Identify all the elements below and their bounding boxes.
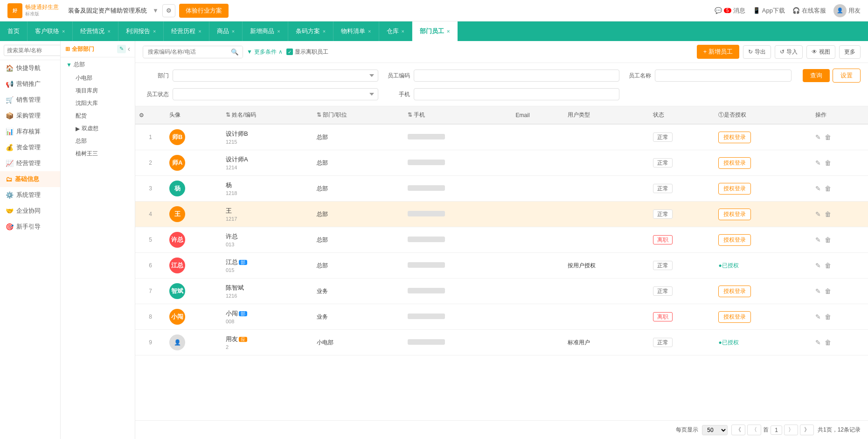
- delete-icon[interactable]: 🗑: [825, 210, 831, 218]
- col-phone[interactable]: ⇅ 手机: [404, 106, 512, 124]
- delete-icon[interactable]: 🗑: [825, 313, 831, 321]
- edit-icon[interactable]: ✎: [815, 133, 821, 141]
- employee-status-select[interactable]: [173, 88, 378, 100]
- message-button[interactable]: 💬 5 消息: [715, 7, 745, 15]
- edit-icon[interactable]: ✎: [815, 262, 821, 269]
- delete-icon[interactable]: 🗑: [825, 339, 831, 346]
- dept-item-hq-root[interactable]: ▼ 总部: [61, 57, 135, 72]
- next-page-button[interactable]: 〉: [784, 425, 798, 435]
- tab-close-icon[interactable]: ×: [277, 28, 280, 34]
- add-employee-button[interactable]: + 新增员工: [697, 45, 739, 59]
- auth-login-button[interactable]: 授权登录: [718, 311, 751, 323]
- tab-close-icon[interactable]: ×: [323, 28, 326, 34]
- dept-item-double-dream[interactable]: ▶ 双虚想: [72, 122, 135, 135]
- view-button[interactable]: 👁 视图: [806, 45, 835, 59]
- query-button[interactable]: 查询: [803, 69, 830, 82]
- reset-button[interactable]: 设置: [833, 69, 861, 83]
- sidebar-item-inventory[interactable]: 📊 库存核算: [0, 124, 60, 139]
- tab-close-icon[interactable]: ×: [232, 28, 235, 34]
- tab-close-icon[interactable]: ×: [198, 28, 201, 34]
- more-filter-button[interactable]: ▼ 更多条件 ∧: [247, 48, 283, 56]
- tab-close-active-icon[interactable]: ×: [447, 28, 450, 34]
- tab-operations[interactable]: 经营情况 ×: [73, 21, 118, 41]
- tab-close-icon[interactable]: ×: [402, 28, 404, 34]
- employee-name-input[interactable]: [655, 70, 792, 82]
- import-button[interactable]: ↺ 导入: [775, 45, 803, 59]
- dept-item-shenyang[interactable]: 沈阳大库: [72, 97, 135, 110]
- delete-icon[interactable]: 🗑: [825, 159, 831, 167]
- last-page-button[interactable]: 》: [800, 425, 814, 435]
- auth-login-button[interactable]: 授权登录: [718, 286, 751, 297]
- sidebar-item-operations[interactable]: 📈 经营管理: [0, 155, 60, 171]
- edit-icon[interactable]: ✎: [815, 185, 821, 192]
- sidebar-item-guide[interactable]: 🎯 新手引导: [0, 219, 60, 235]
- sidebar-item-cooperation[interactable]: 🤝 企业协同: [0, 203, 60, 219]
- auth-login-button[interactable]: 授权登录: [718, 234, 751, 246]
- sidebar-item-purchase[interactable]: 📦 采购管理: [0, 108, 60, 124]
- edit-icon[interactable]: ✎: [815, 236, 821, 244]
- employee-code-input[interactable]: [414, 70, 619, 82]
- tab-products[interactable]: 商品 ×: [209, 21, 243, 41]
- delete-icon[interactable]: 🗑: [825, 287, 831, 295]
- sidebar-item-quick-nav[interactable]: 🏠 快捷导航: [0, 60, 60, 76]
- more-actions-button[interactable]: 更多: [839, 45, 861, 59]
- dept-filter-select[interactable]: [173, 70, 378, 82]
- dept-edit-icon[interactable]: ✎: [117, 45, 126, 53]
- edit-icon[interactable]: ✎: [815, 287, 821, 295]
- tab-close-icon[interactable]: ×: [368, 28, 371, 34]
- tab-home[interactable]: 首页: [0, 21, 28, 41]
- trial-button[interactable]: 体验行业方案: [179, 4, 229, 18]
- export-button[interactable]: ↻ 导出: [743, 45, 771, 59]
- tab-bom[interactable]: 物料清单 ×: [333, 21, 379, 41]
- col-settings[interactable]: ⚙: [135, 106, 166, 124]
- sidebar-item-basic[interactable]: 🗂 基础信息: [0, 171, 60, 187]
- tab-close-icon[interactable]: ×: [62, 28, 65, 34]
- auth-login-button[interactable]: 授权登录: [718, 183, 751, 195]
- prev-page-button[interactable]: 〈: [747, 425, 761, 435]
- delete-icon[interactable]: 🗑: [825, 262, 831, 269]
- first-page-button[interactable]: 《: [731, 425, 745, 435]
- sidebar-item-system[interactable]: ⚙️ 系统管理: [0, 187, 60, 203]
- delete-icon[interactable]: 🗑: [825, 185, 831, 192]
- tab-close-icon[interactable]: ×: [107, 28, 110, 34]
- edit-icon[interactable]: ✎: [815, 313, 821, 321]
- tab-warehouse[interactable]: 仓库 ×: [379, 21, 412, 41]
- dept-collapse-icon[interactable]: ‹: [128, 45, 130, 53]
- tab-profit[interactable]: 利润报告 ×: [118, 21, 164, 41]
- auth-login-button[interactable]: 授权登录: [718, 132, 751, 143]
- sidebar-item-sales[interactable]: 🛒 销售管理: [0, 92, 60, 108]
- employee-search-input[interactable]: [143, 46, 227, 57]
- settings-button[interactable]: ⚙: [162, 4, 175, 17]
- edit-icon[interactable]: ✎: [815, 159, 821, 167]
- current-page-num[interactable]: 1: [771, 425, 782, 435]
- tab-add-product[interactable]: 新增商品 ×: [243, 21, 288, 41]
- app-download-button[interactable]: 📱 App下载: [753, 7, 785, 15]
- dept-item-planting[interactable]: 植树王三: [72, 147, 135, 160]
- employee-search-button[interactable]: 🔍: [227, 46, 243, 58]
- tab-close-icon[interactable]: ×: [153, 28, 156, 34]
- dept-item-small-elec[interactable]: 小电部: [72, 72, 135, 84]
- dept-item-project[interactable]: 项目库房: [72, 84, 135, 97]
- tab-employees[interactable]: 部门员工 ×: [412, 21, 458, 41]
- sidebar-search-input[interactable]: [4, 45, 61, 56]
- sidebar-item-finance[interactable]: 💰 资金管理: [0, 139, 60, 155]
- auth-login-button[interactable]: 授权登录: [718, 209, 751, 220]
- edit-icon[interactable]: ✎: [815, 339, 821, 346]
- tab-customer[interactable]: 客户联络 ×: [28, 21, 73, 41]
- col-name[interactable]: ⇅ 姓名/编码: [222, 106, 313, 124]
- phone-input[interactable]: [414, 88, 619, 100]
- auth-login-button[interactable]: 授权登录: [718, 157, 751, 169]
- col-dept[interactable]: ⇅ 部门/职位: [313, 106, 404, 124]
- per-page-select[interactable]: 50 100: [702, 425, 728, 435]
- sidebar-item-marketing[interactable]: 📢 营销推广: [0, 76, 60, 92]
- online-service-button[interactable]: 🎧 在线客服: [792, 7, 826, 15]
- edit-icon[interactable]: ✎: [815, 210, 821, 218]
- delete-icon[interactable]: 🗑: [825, 133, 831, 141]
- dept-item-hq[interactable]: 总部: [72, 135, 135, 147]
- delete-icon[interactable]: 🗑: [825, 236, 831, 244]
- show-inactive-toggle[interactable]: ✓ 显示离职员工: [286, 48, 328, 56]
- dept-item-delivery[interactable]: 配货: [72, 110, 135, 122]
- tab-history[interactable]: 经营历程 ×: [164, 21, 209, 41]
- tab-barcode[interactable]: 条码方案 ×: [288, 21, 333, 41]
- user-menu[interactable]: 👤 用友: [833, 4, 861, 17]
